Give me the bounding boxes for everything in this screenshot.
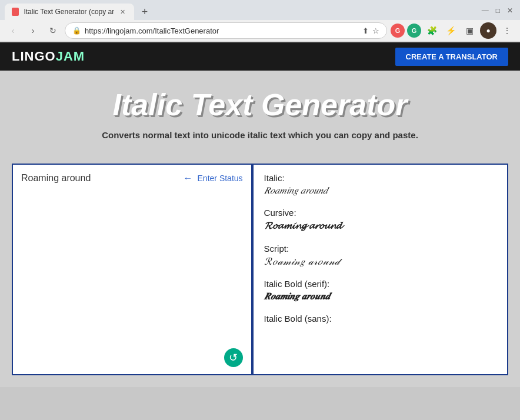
close-button[interactable]: ✕ [507, 6, 513, 15]
new-tab-button[interactable]: + [136, 4, 153, 20]
output-label-italic-bold-sans: Italic Bold (sans): [264, 314, 496, 324]
output-value-cursive[interactable]: 𝓡𝓸𝓪𝓶𝓲𝓷𝓰 𝓪𝓻𝓸𝓾𝓷𝓭 [264, 220, 496, 232]
output-label-cursive: Cursive: [264, 208, 496, 218]
enter-status-label: Enter Status [198, 174, 243, 183]
refresh-icon[interactable]: ↺ [224, 348, 243, 367]
output-value-italic[interactable]: 𝑅𝑜𝑎𝑚𝑖𝑛𝑔 𝑎𝑟𝑜𝑢𝑛𝑑 [264, 185, 496, 196]
output-label-italic-bold-serif: Italic Bold (serif): [264, 279, 496, 289]
tool-area: Roaming around ← Enter Status ↺ Italic: … [0, 152, 520, 387]
back-button[interactable]: ‹ [5, 22, 21, 39]
logo-jam: JAM [56, 49, 85, 64]
input-textarea[interactable]: Roaming around [21, 173, 198, 349]
nav-extras: G G 🧩 ⚡ ▣ ● ⋮ [391, 22, 515, 39]
refresh-button[interactable]: ↻ [45, 22, 61, 39]
extension-puzzle[interactable]: 🧩 [424, 22, 440, 39]
input-panel: Roaming around ← Enter Status ↺ [12, 164, 252, 375]
tab-bar: Italic Text Generator (copy and p ✕ + — … [0, 0, 520, 20]
nav-bar: ‹ › ↻ 🔒 https://lingojam.com/ItalicTextG… [0, 20, 520, 42]
sidebar-button[interactable]: ▣ [461, 22, 478, 39]
url-text: https://lingojam.com/ItalicTextGenerator [85, 26, 359, 35]
lock-icon: 🔒 [72, 26, 81, 35]
tab-favicon [12, 8, 19, 16]
browser-chrome: Italic Text Generator (copy and p ✕ + — … [0, 0, 520, 42]
hero-section: Italic Text Generator Converts normal te… [0, 71, 520, 152]
hero-subtitle: Converts normal text into unicode italic… [24, 130, 496, 140]
window-controls: — □ ✕ [482, 6, 515, 17]
maximize-button[interactable]: □ [496, 6, 500, 15]
output-value-italic-bold-serif[interactable]: 𝑹𝒐𝒂𝒎𝒊𝒏𝒈 𝒂𝒓𝒐𝒖𝒏𝒅 [264, 291, 496, 302]
site-header: LINGOJAM CREATE A TRANSLATOR [0, 42, 520, 71]
tab-close-button[interactable]: ✕ [119, 7, 127, 16]
bookmark-icon[interactable]: ☆ [372, 26, 379, 35]
output-label-script: Script: [264, 244, 496, 254]
tab-label: Italic Text Generator (copy and p [24, 8, 114, 16]
forward-button[interactable]: › [25, 22, 41, 39]
page-title: Italic Text Generator [24, 88, 496, 122]
output-item-cursive: Cursive: 𝓡𝓸𝓪𝓶𝓲𝓷𝓰 𝓪𝓻𝓸𝓾𝓷𝓭 [264, 208, 496, 232]
extension-green[interactable]: G [407, 24, 421, 38]
menu-button[interactable]: ⋮ [499, 22, 515, 39]
extension-grammarly[interactable]: G [391, 24, 405, 38]
site-logo: LINGOJAM [12, 49, 85, 64]
output-item-script: Script: ℛ𝑜𝒶𝓂𝒾𝓃𝑔 𝒶𝓇𝑜𝓊𝓃𝒹 [264, 244, 496, 267]
minimize-button[interactable]: — [482, 6, 489, 15]
output-item-italic-bold-serif: Italic Bold (serif): 𝑹𝒐𝒂𝒎𝒊𝒏𝒈 𝒂𝒓𝒐𝒖𝒏𝒅 [264, 279, 496, 302]
create-translator-button[interactable]: CREATE A TRANSLATOR [395, 48, 508, 66]
share-icon[interactable]: ⬆ [362, 26, 369, 35]
logo-lingo: LINGO [12, 49, 56, 64]
enter-status-area: ← Enter Status [184, 173, 243, 184]
output-item-italic: Italic: 𝑅𝑜𝑎𝑚𝑖𝑛𝑔 𝑎𝑟𝑜𝑢𝑛𝑑 [264, 173, 496, 196]
address-bar-actions: ⬆ ☆ [362, 26, 379, 35]
page-content: LINGOJAM CREATE A TRANSLATOR Italic Text… [0, 42, 520, 387]
output-item-italic-bold-sans: Italic Bold (sans): [264, 314, 496, 324]
extension-other[interactable]: ⚡ [442, 22, 459, 39]
profile-button[interactable]: ● [480, 22, 496, 39]
arrow-icon: ← [184, 173, 193, 184]
address-bar[interactable]: 🔒 https://lingojam.com/ItalicTextGenerat… [65, 22, 387, 39]
active-tab[interactable]: Italic Text Generator (copy and p ✕ [5, 4, 134, 20]
output-panel[interactable]: Italic: 𝑅𝑜𝑎𝑚𝑖𝑛𝑔 𝑎𝑟𝑜𝑢𝑛𝑑 Cursive: 𝓡𝓸𝓪𝓶𝓲𝓷𝓰 … [252, 164, 508, 375]
output-value-script[interactable]: ℛ𝑜𝒶𝓂𝒾𝓃𝑔 𝒶𝓇𝑜𝓊𝓃𝒹 [264, 256, 496, 267]
output-label-italic: Italic: [264, 173, 496, 183]
